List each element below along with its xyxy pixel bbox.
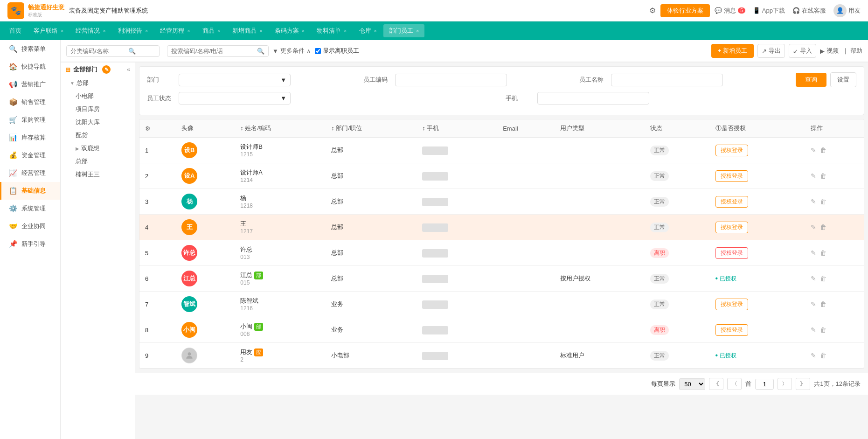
prev-page-btn[interactable]: 〈: [727, 378, 742, 390]
online-service-btn[interactable]: 🎧 在线客服: [792, 7, 826, 15]
sidebar-item-inventory[interactable]: 📊库存核算: [0, 129, 60, 146]
first-page-btn[interactable]: 《: [709, 378, 723, 390]
cell-auth: 授权登录: [710, 292, 805, 317]
col-name[interactable]: ↕ 姓名/编码: [235, 119, 326, 138]
marketing-icon: 📢: [9, 80, 18, 89]
cell-name: 杨1218: [235, 189, 326, 215]
sidebar-item-collab[interactable]: 🤝企业协同: [0, 217, 60, 235]
employee-search-input[interactable]: [171, 48, 255, 55]
nav-tab-dept-staff[interactable]: 部门员工 ×: [383, 24, 424, 37]
auth-button[interactable]: 授权登录: [715, 196, 748, 208]
sidebar-item-sales[interactable]: 📦销售管理: [0, 93, 60, 111]
nav-tab-new-goods[interactable]: 新增商品 ×: [227, 24, 268, 37]
dept-search-input[interactable]: [70, 48, 126, 55]
sidebar-item-finance[interactable]: 💰资金管理: [0, 146, 60, 164]
col-settings[interactable]: ⚙: [139, 119, 176, 138]
delete-icon[interactable]: 🗑: [820, 326, 826, 334]
sidebar-item-mgmt[interactable]: 📈经营管理: [0, 164, 60, 182]
delete-icon[interactable]: 🗑: [820, 198, 826, 205]
nav-tab-history[interactable]: 经营历程 ×: [154, 24, 195, 37]
dept-node-zongbu-parent[interactable]: ▼ 总部: [61, 77, 135, 90]
add-employee-button[interactable]: + 新增员工: [711, 44, 754, 58]
sidebar-item-search[interactable]: 🔍搜索菜单: [0, 40, 60, 58]
dept-node-shuanglu[interactable]: ▶ 双鹿想: [61, 142, 135, 155]
nav-tab-goods[interactable]: 商品 ×: [197, 24, 226, 37]
page-input[interactable]: [755, 379, 774, 390]
sidebar-item-guide[interactable]: 📌新手引导: [0, 235, 60, 253]
dept-collapse-btn[interactable]: «: [127, 66, 130, 73]
edit-icon[interactable]: ✎: [811, 275, 816, 282]
help-button[interactable]: ｜ 帮助: [842, 47, 862, 55]
auth-button[interactable]: 授权登录: [715, 145, 748, 156]
emp-code-input[interactable]: [395, 74, 507, 86]
dept-select[interactable]: ▼: [179, 74, 291, 86]
last-page-btn[interactable]: 》: [796, 378, 810, 390]
status-select[interactable]: ▼: [179, 92, 291, 105]
delete-icon[interactable]: 🗑: [820, 352, 826, 359]
dept-node-project[interactable]: 项目库房: [61, 103, 135, 116]
cell-dept: 总部: [326, 215, 417, 240]
nav-tab-bom[interactable]: 物料清单 ×: [311, 24, 352, 37]
auth-button[interactable]: 授权登录: [715, 299, 748, 310]
cell-name: 设计师A1214: [235, 163, 326, 189]
import-button[interactable]: ↙ 导入: [789, 44, 816, 58]
delete-icon[interactable]: 🗑: [820, 223, 826, 231]
delete-icon[interactable]: 🗑: [820, 300, 826, 308]
dept-tree-header[interactable]: ⊞ 全部部门 ✎ «: [61, 63, 135, 77]
delete-icon[interactable]: 🗑: [820, 275, 826, 282]
auth-button[interactable]: 授权登录: [715, 222, 748, 233]
app-download-btn[interactable]: 📱 App下载: [753, 7, 785, 15]
dept-edit-icon[interactable]: ✎: [102, 65, 111, 74]
sidebar-item-nav[interactable]: 🏠快捷导航: [0, 58, 60, 76]
nav-tab-profit[interactable]: 利润报告 ×: [112, 24, 153, 37]
message-btn[interactable]: 💬 消息 5: [715, 7, 745, 15]
edit-icon[interactable]: ✎: [811, 223, 816, 231]
col-phone[interactable]: ↕ 手机: [417, 119, 497, 138]
nav-tab-customer[interactable]: 客户联络 ×: [28, 24, 69, 37]
user-area[interactable]: 👤 用友: [833, 4, 861, 17]
delete-icon[interactable]: 🗑: [820, 172, 826, 180]
nav-tab-business[interactable]: 经营情况 ×: [70, 24, 111, 37]
sidebar-item-basic[interactable]: 📋基础信息: [0, 182, 60, 200]
delete-icon[interactable]: 🗑: [820, 146, 826, 154]
sidebar-item-system[interactable]: ⚙️系统管理: [0, 200, 60, 217]
nav-tab-barcode[interactable]: 条码方案 ×: [269, 24, 310, 37]
emp-name-input[interactable]: [611, 74, 723, 86]
col-dept[interactable]: ↕ 部门/职位: [326, 119, 417, 138]
nav-tab-warehouse[interactable]: 仓库 ×: [354, 24, 382, 37]
dept-node-nanshu[interactable]: 楠树王三: [61, 168, 135, 181]
edit-icon[interactable]: ✎: [811, 198, 816, 205]
search-icon[interactable]: 🔍: [257, 48, 264, 55]
edit-icon[interactable]: ✎: [811, 146, 816, 154]
settings-icon[interactable]: ⚙: [649, 6, 656, 15]
phone-input[interactable]: [537, 92, 649, 105]
dept-node-xiaodian[interactable]: 小电部: [61, 90, 135, 103]
export-button[interactable]: ↗ 导出: [757, 44, 785, 58]
dept-node-peihuo[interactable]: 配货: [61, 129, 135, 142]
auth-button[interactable]: 授权登录: [715, 170, 748, 182]
show-resign-checkbox[interactable]: 显示离职员工: [315, 47, 359, 55]
per-page-select[interactable]: 50 100: [679, 378, 705, 390]
sidebar-item-purchase[interactable]: 🛒采购管理: [0, 111, 60, 129]
sidebar-item-marketing[interactable]: 📢营销推广: [0, 76, 60, 93]
dept-search-icon[interactable]: 🔍: [128, 48, 136, 55]
table-row: 7 智斌 陈智斌1216 业务 ●●●●●● 正常 授权登录: [139, 292, 864, 317]
auth-button-resign[interactable]: 授权登录: [715, 247, 748, 259]
view-button[interactable]: ▶ 视频: [820, 47, 839, 55]
edit-icon[interactable]: ✎: [811, 300, 816, 308]
more-filter-btn[interactable]: ▼ 更多条件 ∧: [272, 47, 311, 55]
cell-name: 许总013: [235, 240, 326, 266]
delete-icon[interactable]: 🗑: [820, 249, 826, 257]
edit-icon[interactable]: ✎: [811, 326, 816, 334]
query-button[interactable]: 查询: [796, 73, 826, 87]
edit-icon[interactable]: ✎: [811, 172, 816, 180]
reset-button[interactable]: 设置: [830, 72, 856, 87]
dept-node-zongbu[interactable]: 总部: [61, 155, 135, 168]
auth-button[interactable]: 授权登录: [715, 324, 748, 336]
dept-node-shenyang[interactable]: 沈阳大库: [61, 116, 135, 129]
next-page-btn[interactable]: 〉: [778, 378, 792, 390]
edit-icon[interactable]: ✎: [811, 352, 816, 359]
nav-tab-home[interactable]: 首页: [4, 24, 27, 37]
try-button[interactable]: 体验行业方案: [660, 4, 710, 17]
edit-icon[interactable]: ✎: [811, 249, 816, 257]
